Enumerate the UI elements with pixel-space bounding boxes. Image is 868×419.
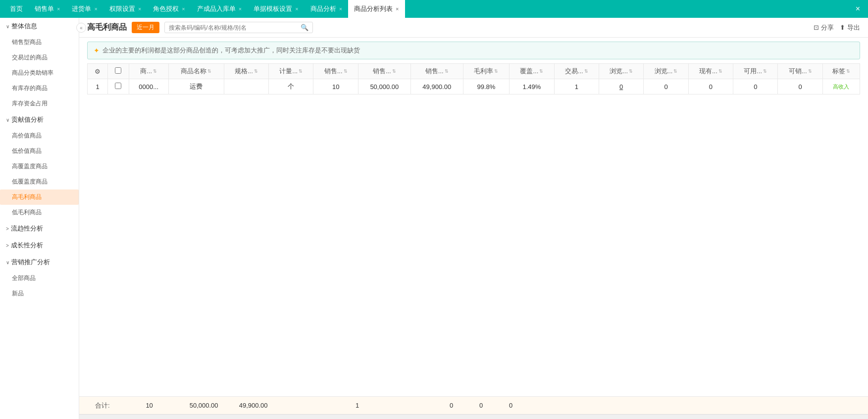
sort-icon-sales_profit[interactable]: ⇅ (445, 69, 449, 74)
sort-icon-sales_qty[interactable]: ⇅ (344, 69, 348, 74)
nav-item-4[interactable]: 角色授权× (147, 0, 191, 18)
browse-link[interactable]: 0 (619, 83, 623, 91)
footer-sales-profit: 49,900.00 (229, 402, 278, 409)
window-close-button[interactable]: × (852, 4, 864, 13)
col-header-unit[interactable]: 计量...⇅ (269, 64, 313, 79)
cell-browse1[interactable]: 0 (599, 79, 643, 94)
sort-icon-coverage[interactable]: ⇅ (539, 69, 543, 74)
sidebar-item-0-4[interactable]: 库存资金占用 (0, 96, 79, 111)
col-header-saleable_stock[interactable]: 可销...⇅ (778, 64, 822, 79)
sidebar-item-0-1[interactable]: 交易过的商品 (0, 50, 79, 65)
sort-icon-browse2[interactable]: ⇅ (673, 69, 677, 74)
sort-icon-available_stock[interactable]: ⇅ (763, 69, 767, 74)
col-header-sales_profit[interactable]: 销售...⇅ (410, 64, 463, 79)
nav-item-2[interactable]: 进货单× (66, 0, 103, 18)
col-label-sales_amount: 销售... (373, 67, 391, 76)
nav-item-3[interactable]: 权限设置× (103, 0, 147, 18)
nav-item-6[interactable]: 单据模板设置× (248, 0, 304, 18)
nav-close-6[interactable]: × (295, 6, 298, 12)
nav-close-1[interactable]: × (57, 6, 60, 12)
col-header-spec[interactable]: 规格...⇅ (224, 64, 268, 79)
sort-icon-tag[interactable]: ⇅ (846, 69, 850, 74)
sort-icon-unit[interactable]: ⇅ (299, 69, 303, 74)
sidebar-item-1-5[interactable]: 低毛利商品 (0, 205, 79, 220)
footer-sales-qty: 10 (120, 402, 179, 409)
sidebar-item-0-3[interactable]: 有库存的商品 (0, 81, 79, 96)
nav-close-7[interactable]: × (339, 6, 342, 12)
scrollbar[interactable] (79, 414, 868, 419)
nav-item-8[interactable]: 商品分析列表× (348, 0, 405, 18)
header-actions: ⊡ 分享 ⬆ 导出 (814, 23, 860, 32)
col-label-current_stock: 现有... (699, 67, 717, 76)
sidebar-item-1-3[interactable]: 低覆盖度商品 (0, 174, 79, 189)
row-checkbox[interactable] (115, 83, 121, 89)
col-header-checkbox[interactable] (108, 64, 129, 79)
select-all-checkbox[interactable] (115, 67, 121, 74)
cell-available_stock: 0 (733, 79, 778, 94)
nav-item-5[interactable]: 产成品入库单× (191, 0, 248, 18)
filter-recent-month-button[interactable]: 近一月 (132, 22, 159, 33)
search-icon[interactable]: 🔍 (301, 24, 308, 31)
sidebar-item-1-1[interactable]: 低价值商品 (0, 143, 79, 159)
arrow-icon: > (6, 226, 9, 232)
sidebar-item-0-0[interactable]: 销售型商品 (0, 35, 79, 50)
info-icon: ✦ (94, 47, 100, 54)
sidebar-item-1-4[interactable]: 高毛利商品 (0, 189, 79, 205)
share-button[interactable]: ⊡ 分享 (814, 23, 834, 32)
col-header-sales_qty[interactable]: 销售...⇅ (313, 64, 358, 79)
nav-item-0[interactable]: 首页 (4, 0, 29, 18)
col-header-name[interactable]: 商品名称⇅ (168, 64, 224, 79)
export-icon: ⬆ (840, 24, 845, 31)
col-header-settings[interactable]: ⚙ (88, 64, 108, 79)
nav-close-8[interactable]: × (396, 6, 399, 12)
sidebar-item-1-2[interactable]: 高覆盖度商品 (0, 159, 79, 174)
search-input[interactable] (169, 24, 301, 31)
col-header-transaction[interactable]: 交易...⇅ (554, 64, 599, 79)
sort-icon-saleable_stock[interactable]: ⇅ (808, 69, 812, 74)
sidebar-section-0[interactable]: ∨整体信息 (0, 18, 79, 35)
col-header-current_stock[interactable]: 现有...⇅ (688, 64, 733, 79)
sort-icon-browse1[interactable]: ⇅ (629, 69, 633, 74)
sidebar-item-4-1[interactable]: 新品 (0, 286, 79, 301)
export-button[interactable]: ⬆ 导出 (840, 23, 860, 32)
col-header-tag[interactable]: 标签⇅ (822, 64, 860, 79)
nav-item-7[interactable]: 商品分析× (305, 0, 348, 18)
col-header-code[interactable]: 商...⇅ (129, 64, 168, 79)
cell-gross_margin: 99.8% (463, 79, 509, 94)
col-header-coverage[interactable]: 覆盖...⇅ (510, 64, 554, 79)
col-header-available_stock[interactable]: 可用...⇅ (733, 64, 778, 79)
footer-label: 合计: (95, 401, 110, 410)
sidebar-collapse-button[interactable]: « (76, 23, 86, 33)
sidebar-item-1-0[interactable]: 高价值商品 (0, 128, 79, 143)
nav-close-4[interactable]: × (182, 6, 185, 12)
col-header-browse2[interactable]: 浏览...⇅ (644, 64, 688, 79)
cell-sales_profit: 49,900.00 (410, 79, 463, 94)
sidebar-item-4-0[interactable]: 全部商品 (0, 271, 79, 286)
cell-checkbox (108, 79, 129, 94)
sort-icon-code[interactable]: ⇅ (153, 69, 157, 74)
table-row: 10000...运费个1050,000.0049,900.0099.8%1.49… (88, 79, 860, 94)
nav-close-5[interactable]: × (239, 6, 242, 12)
col-header-browse1[interactable]: 浏览...⇅ (599, 64, 643, 79)
sort-icon-transaction[interactable]: ⇅ (584, 69, 588, 74)
sort-icon-name[interactable]: ⇅ (207, 69, 211, 74)
sidebar-section-3[interactable]: >成长性分析 (0, 237, 79, 254)
col-label-available_stock: 可用... (744, 67, 762, 76)
col-header-sales_amount[interactable]: 销售...⇅ (358, 64, 410, 79)
sidebar-section-1[interactable]: ∨贡献值分析 (0, 111, 79, 128)
arrow-icon: ∨ (6, 24, 9, 29)
settings-icon[interactable]: ⚙ (95, 68, 101, 75)
nav-close-2[interactable]: × (94, 6, 97, 12)
col-header-gross_margin[interactable]: 毛利率⇅ (463, 64, 509, 79)
cell-saleable_stock: 0 (778, 79, 822, 94)
sidebar-section-4[interactable]: ∨营销推广分析 (0, 254, 79, 271)
sidebar-section-2[interactable]: >流趋性分析 (0, 220, 79, 237)
sidebar-item-0-2[interactable]: 商品分类助销率 (0, 65, 79, 81)
nav-close-3[interactable]: × (138, 6, 141, 12)
sort-icon-spec[interactable]: ⇅ (254, 69, 258, 74)
sort-icon-current_stock[interactable]: ⇅ (718, 69, 722, 74)
sort-icon-gross_margin[interactable]: ⇅ (494, 69, 498, 74)
sort-icon-sales_amount[interactable]: ⇅ (392, 69, 396, 74)
arrow-icon: ∨ (6, 260, 9, 265)
nav-item-1[interactable]: 销售单× (29, 0, 66, 18)
